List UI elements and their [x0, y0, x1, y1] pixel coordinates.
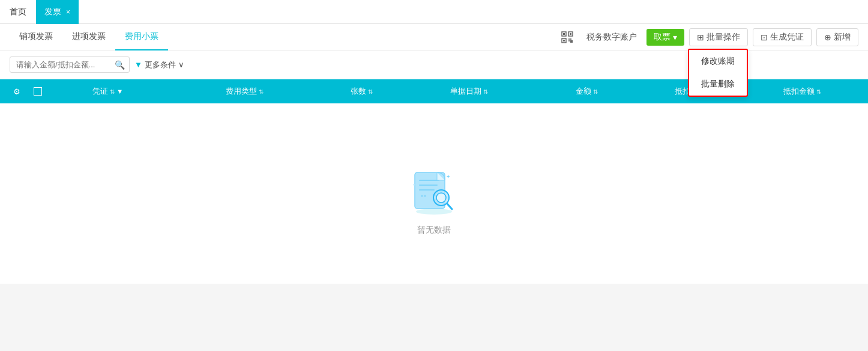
svg-rect-7: [570, 38, 571, 40]
batch-delete-item[interactable]: 批量删除: [689, 73, 747, 96]
sort-voucher-icon: ⇅: [110, 88, 115, 95]
th-check[interactable]: [29, 87, 47, 96]
th-deduct-amount[interactable]: 抵扣金额 ⇅: [741, 86, 863, 97]
tax-account-label: 税务数字账户: [586, 32, 637, 41]
th-expense-type[interactable]: 费用类型 ⇅: [169, 86, 319, 97]
search-input[interactable]: [10, 56, 130, 73]
gen-voucher-label: 生成凭证: [770, 32, 804, 43]
take-ticket-button[interactable]: 取票 ▾: [646, 29, 684, 46]
invoice-tab-close[interactable]: ×: [66, 8, 70, 16]
add-icon: ⊕: [824, 32, 831, 42]
gear-icon: ⚙: [13, 87, 20, 96]
filter-icon: ▼: [134, 60, 142, 69]
take-ticket-arrow: ▾: [673, 32, 677, 42]
th-gear[interactable]: ⚙: [5, 87, 29, 96]
home-label: 首页: [10, 7, 26, 17]
sort-count-icon: ⇅: [368, 88, 373, 95]
batch-op-icon: ⊞: [697, 32, 704, 42]
add-button[interactable]: ⊕ 新增: [816, 28, 858, 46]
header-checkbox[interactable]: [34, 87, 42, 96]
sub-nav: 销项发票 进项发票 费用小票 税务数字账户: [0, 24, 868, 50]
qr-icon: [561, 31, 573, 43]
sort-date-icon: ⇅: [483, 88, 488, 95]
tax-account-button[interactable]: 税务数字账户: [582, 32, 642, 43]
modify-period-item[interactable]: 修改账期: [689, 50, 747, 73]
invoice-tab[interactable]: 发票 ×: [36, 0, 79, 24]
svg-rect-1: [563, 33, 565, 35]
qr-button[interactable]: [558, 28, 577, 47]
gen-voucher-button[interactable]: ⊡ 生成凭证: [753, 28, 812, 46]
svg-rect-3: [570, 33, 571, 35]
modify-period-label: 修改账期: [701, 56, 735, 66]
svg-text:✦: ✦: [412, 183, 416, 187]
svg-rect-6: [568, 38, 570, 40]
search-icon[interactable]: 🔍: [115, 60, 125, 70]
svg-rect-9: [570, 40, 573, 43]
svg-rect-5: [563, 40, 565, 41]
empty-illustration: ✦ ✦: [404, 163, 464, 218]
svg-point-16: [436, 193, 446, 203]
add-label: 新增: [834, 32, 851, 43]
take-ticket-label: 取票: [654, 32, 671, 43]
top-nav: 首页 发票 ×: [0, 0, 868, 24]
svg-text:✦: ✦: [446, 174, 451, 180]
tab-purchase[interactable]: 进项发票: [62, 24, 115, 50]
search-wrap: 🔍: [10, 56, 130, 73]
svg-point-10: [416, 209, 452, 215]
batch-op-container: ⊞ 批量操作 修改账期 批量删除: [689, 28, 748, 46]
th-count[interactable]: 张数 ⇅: [320, 86, 404, 97]
th-amount[interactable]: 金额 ⇅: [535, 86, 639, 97]
batch-op-button[interactable]: ⊞ 批量操作: [689, 28, 748, 46]
sub-nav-tabs: 销项发票 进项发票 费用小票: [10, 24, 168, 50]
invoice-tab-label: 发票: [44, 7, 61, 17]
empty-state: ✦ ✦ 暂无数据: [404, 127, 464, 260]
sub-nav-actions: 税务数字账户 取票 ▾ ⊞ 批量操作 修改账期 批量删除 ⊡: [558, 28, 858, 47]
sort-amount-icon: ⇅: [593, 88, 598, 95]
more-condition-arrow: ∨: [178, 60, 184, 69]
batch-op-label: 批量操作: [707, 32, 740, 43]
th-voucher[interactable]: 凭证 ⇅ ▼: [47, 86, 169, 97]
th-date[interactable]: 单据日期 ⇅: [403, 86, 535, 97]
gen-voucher-icon: ⊡: [761, 32, 768, 42]
svg-point-18: [421, 195, 423, 197]
tab-sales[interactable]: 销项发票: [10, 24, 62, 50]
empty-text: 暂无数据: [417, 225, 451, 236]
table-body: ✦ ✦ 暂无数据: [0, 103, 868, 284]
more-condition-button[interactable]: ▼ 更多条件 ∨: [134, 60, 184, 70]
batch-delete-label: 批量删除: [701, 79, 735, 88]
tab-expense[interactable]: 费用小票: [115, 24, 168, 50]
home-tab[interactable]: 首页: [0, 0, 36, 24]
svg-rect-8: [568, 40, 570, 41]
svg-point-19: [424, 195, 426, 197]
svg-line-17: [447, 204, 452, 209]
voucher-filter-icon: ▼: [116, 88, 123, 95]
sort-deduct-amount-icon: ⇅: [816, 88, 821, 95]
batch-op-dropdown: 修改账期 批量删除: [688, 49, 748, 97]
more-condition-label: 更多条件: [145, 60, 176, 70]
sort-expense-icon: ⇅: [259, 88, 264, 95]
